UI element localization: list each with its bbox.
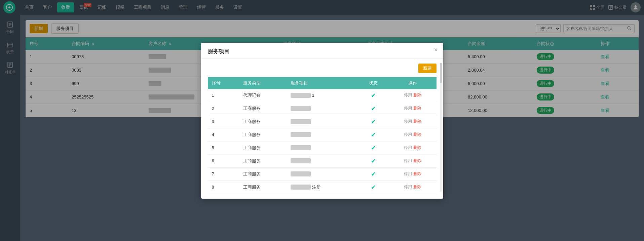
modal-cell-type: 工商服务 — [239, 115, 287, 128]
delete-button[interactable]: 删除 — [413, 158, 421, 164]
modal-cell-ops: 停用 删除 — [389, 89, 437, 102]
content-area: 新增 服务项目 进行中 已完成 已取消 — [20, 15, 644, 241]
modal-cell-type: 工商服务 — [239, 128, 287, 141]
modal-cell-type: 工商服务 — [239, 102, 287, 115]
modal-cell-seq: 4 — [208, 128, 239, 141]
modal-title: 服务项目 — [208, 48, 229, 55]
modal-col-type: 服务类型 — [239, 77, 287, 89]
modal-cell-seq: 1 — [208, 89, 239, 102]
modal-cell-type: 工商服务 — [239, 154, 287, 167]
stop-button[interactable]: 停用 — [404, 132, 412, 137]
list-item: 6 工商服务 ✔ 停用 删除 — [208, 154, 437, 167]
list-item: 7 工商服务 ✔ 停用 删除 — [208, 167, 437, 180]
delete-button[interactable]: 删除 — [413, 92, 421, 98]
stop-button[interactable]: 停用 — [404, 145, 412, 151]
modal-cell-item — [287, 167, 358, 180]
stop-button[interactable]: 停用 — [404, 106, 412, 111]
scrollbar-thumb — [440, 63, 442, 83]
modal-cell-item — [287, 154, 358, 167]
modal-scrollbar[interactable] — [440, 63, 442, 192]
delete-button[interactable]: 删除 — [413, 145, 421, 151]
modal-cell-seq: 7 — [208, 167, 239, 180]
list-item: 2 工商服务 ✔ 停用 删除 — [208, 102, 437, 115]
modal-cell-item: 1 — [287, 89, 358, 102]
modal-cell-item — [287, 141, 358, 154]
status-check-icon: ✔ — [371, 171, 376, 177]
stop-button[interactable]: 停用 — [404, 92, 412, 98]
modal-cell-status: ✔ — [358, 128, 389, 141]
modal-col-seq: 序号 — [208, 77, 239, 89]
modal-cell-type: 工商服务 — [239, 167, 287, 180]
delete-button[interactable]: 删除 — [413, 119, 421, 124]
modal-cell-status: ✔ — [358, 154, 389, 167]
status-check-icon: ✔ — [371, 184, 376, 191]
status-check-icon: ✔ — [371, 145, 376, 151]
modal-cell-seq: 8 — [208, 180, 239, 194]
modal-cell-status: ✔ — [358, 167, 389, 180]
list-item: 4 工商服务 ✔ 停用 删除 — [208, 128, 437, 141]
modal-cell-seq: 2 — [208, 102, 239, 115]
status-check-icon: ✔ — [371, 158, 376, 164]
modal-cell-status: ✔ — [358, 115, 389, 128]
modal-cell-status: ✔ — [358, 102, 389, 115]
modal-cell-ops: 停用 删除 — [389, 128, 437, 141]
status-check-icon: ✔ — [371, 105, 376, 112]
modal-cell-ops: 停用 删除 — [389, 115, 437, 128]
modal-cell-ops: 停用 删除 — [389, 102, 437, 115]
list-item: 1 代理记账 1 ✔ 停用 删除 — [208, 89, 437, 102]
modal-cell-type: 工商服务 — [239, 180, 287, 194]
modal-cell-seq: 3 — [208, 115, 239, 128]
service-table: 序号 服务类型 服务项目 状态 操作 1 代理记账 1 ✔ — [208, 77, 437, 194]
modal-cell-status: ✔ — [358, 180, 389, 194]
modal-col-status: 状态 — [358, 77, 389, 89]
modal-cell-type: 代理记账 — [239, 89, 287, 102]
delete-button[interactable]: 删除 — [413, 106, 421, 111]
main-layout: 合同 收费 对账单 新增 服务项目 进行中 已完成 — [0, 15, 644, 241]
modal-header: 服务项目 × — [201, 43, 443, 59]
modal-cell-seq: 5 — [208, 141, 239, 154]
status-check-icon: ✔ — [371, 118, 376, 125]
modal-cell-ops: 停用 删除 — [389, 141, 437, 154]
status-check-icon: ✔ — [371, 92, 376, 99]
modal-cell-item: 注册 — [287, 180, 358, 194]
modal-col-op: 操作 — [389, 77, 437, 89]
stop-button[interactable]: 停用 — [404, 119, 412, 124]
modal-cell-status: ✔ — [358, 141, 389, 154]
stop-button[interactable]: 停用 — [404, 158, 412, 164]
modal-cell-seq: 6 — [208, 154, 239, 167]
modal-toolbar: 新建 — [208, 64, 437, 73]
status-check-icon: ✔ — [371, 131, 376, 138]
service-modal: 服务项目 × 新建 序号 服务类型 服务项目 状态 — [201, 43, 443, 199]
modal-cell-ops: 停用 删除 — [389, 180, 437, 194]
modal-cell-ops: 停用 删除 — [389, 167, 437, 180]
modal-body: 新建 序号 服务类型 服务项目 状态 操作 — [201, 59, 443, 199]
delete-button[interactable]: 删除 — [413, 171, 421, 177]
modal-cell-ops: 停用 删除 — [389, 154, 437, 167]
modal-cell-item — [287, 128, 358, 141]
modal-cell-status: ✔ — [358, 89, 389, 102]
list-item: 5 工商服务 ✔ 停用 删除 — [208, 141, 437, 154]
modal-cell-item — [287, 102, 358, 115]
modal-cell-item — [287, 115, 358, 128]
modal-overlay[interactable]: 服务项目 × 新建 序号 服务类型 服务项目 状态 — [20, 15, 644, 241]
list-item: 8 工商服务 注册 ✔ 停用 删除 — [208, 180, 437, 194]
delete-button[interactable]: 删除 — [413, 184, 421, 190]
list-item: 3 工商服务 ✔ 停用 删除 — [208, 115, 437, 128]
delete-button[interactable]: 删除 — [413, 132, 421, 137]
new-service-button[interactable]: 新建 — [418, 64, 437, 73]
stop-button[interactable]: 停用 — [404, 171, 412, 177]
stop-button[interactable]: 停用 — [404, 184, 412, 190]
modal-cell-type: 工商服务 — [239, 141, 287, 154]
modal-col-item: 服务项目 — [287, 77, 358, 89]
modal-close-button[interactable]: × — [434, 47, 438, 53]
